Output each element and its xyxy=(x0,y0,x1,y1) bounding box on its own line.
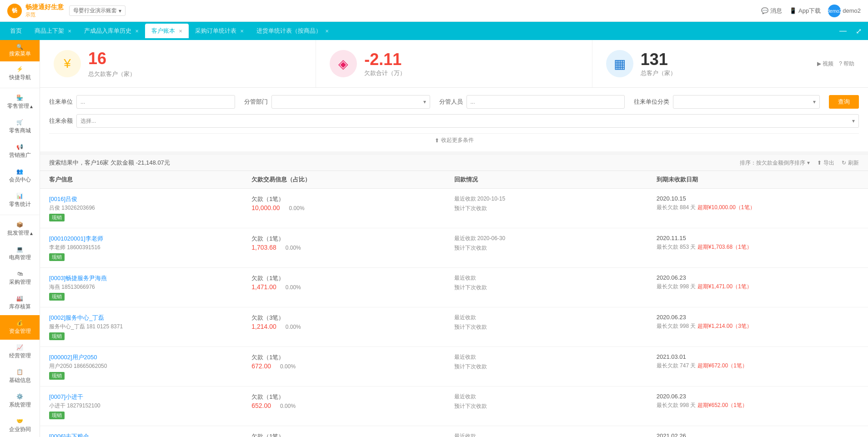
due-date: 2020.11.15 xyxy=(657,235,859,241)
sidebar-item-wholesale[interactable]: 📦 批发管理 ▴ xyxy=(0,217,40,241)
nav-expand-button[interactable]: ⤢ xyxy=(853,26,864,36)
debt-count: 欠款（1笔） xyxy=(251,235,454,243)
sidebar-item-purchase[interactable]: 🛍 采购管理 xyxy=(0,266,40,291)
customer-name-link[interactable]: [0001020001]李老师 xyxy=(49,235,251,243)
total-customers-icon: ▦ xyxy=(606,50,633,77)
app-link: 示范 xyxy=(25,11,64,18)
user-profile[interactable]: demo2 demo2 xyxy=(828,5,861,17)
top-bar-right: 💬 消息 📱 App下载 demo2 demo2 xyxy=(761,5,861,17)
table-header: 客户信息 欠款交易信息（占比） 回款情况 到期未收款日期 xyxy=(40,171,868,189)
tab-home[interactable]: 首页 xyxy=(4,24,28,38)
close-icon[interactable]: ✕ xyxy=(68,29,71,34)
recovery-cell: 最近收款 预计下次收款 xyxy=(454,274,657,293)
overdue-info: 最长欠款 998 天 超期¥1,214.00（3笔） xyxy=(657,322,859,330)
overdue-link[interactable]: 超期¥10,000.00（1笔） xyxy=(697,204,755,211)
member-icon: 👥 xyxy=(16,168,23,175)
sidebar-item-retail-management[interactable]: 🏪 零售管理 ▴ xyxy=(0,90,40,115)
filter-source-unit: 往来单位 ... xyxy=(49,95,235,109)
debt-percent: 0.00% xyxy=(289,205,305,211)
sidebar-item-ecommerce[interactable]: 💻 电商管理 xyxy=(0,241,40,266)
close-icon[interactable]: ✕ xyxy=(135,29,139,34)
sidebar-item-operations[interactable]: 📈 经营管理 xyxy=(0,340,40,364)
store-selector[interactable]: 母婴行业演示账套 ▾ xyxy=(69,5,125,16)
recovery-cell: 最近收款 2020-06-30 预计下次收款 xyxy=(454,235,657,254)
col-recovery: 回款情况 xyxy=(454,176,657,184)
customer-tag: 现销 xyxy=(49,253,65,261)
tab-incoming-stats[interactable]: 进货单统计表（按商品） ✕ xyxy=(250,24,335,38)
nav-minimize-button[interactable]: — xyxy=(837,26,849,36)
close-icon[interactable]: ✕ xyxy=(240,29,244,34)
overdue-days: 最长欠款 747 天 xyxy=(657,362,696,369)
source-unit-input[interactable]: ... xyxy=(76,95,235,109)
recovery-cell: 最近收款 预计下次收款 xyxy=(454,353,657,372)
close-icon[interactable]: ✕ xyxy=(325,29,329,34)
search-button[interactable]: 查询 xyxy=(829,95,859,109)
sort-button[interactable]: 排序：按欠款金额倒序排序 ▾ xyxy=(740,159,810,167)
sidebar-item-system[interactable]: ⚙️ 系统管理 xyxy=(0,389,40,413)
tab-home-label: 首页 xyxy=(10,27,22,35)
next-payment: 预计下次收款 xyxy=(454,323,657,331)
debt-total-value: -2.11 xyxy=(364,50,406,69)
sidebar-item-quick-nav[interactable]: ⚡ 快捷导航 xyxy=(0,61,40,86)
sidebar-divider xyxy=(0,88,40,88)
stat-card-total-customers: ▦ 131 总客户（家） ▶ 视频 ? 帮助 xyxy=(592,40,868,87)
overdue-link[interactable]: 超期¥652.00（1笔） xyxy=(697,402,748,408)
video-button[interactable]: ▶ 视频 xyxy=(817,60,833,68)
customer-name-link[interactable]: [0002]服务中心_丁磊 xyxy=(49,314,251,322)
overdue-link[interactable]: 超期¥1,471.00（1笔） xyxy=(697,283,752,290)
tab-product-listing[interactable]: 商品上下架 ✕ xyxy=(28,24,78,38)
sidebar-item-enterprise[interactable]: 🤝 企业协同 xyxy=(0,413,40,437)
sidebar-item-wholesale-label: 批发管理 xyxy=(7,229,29,237)
customer-cell: [0001020001]李老师 李老师 18600391516 现销 xyxy=(49,235,251,261)
collapse-button[interactable]: ⬆ 收起更多条件 xyxy=(49,133,859,147)
overdue-info: 最长欠款 884 天 超期¥10,000.00（1笔） xyxy=(657,204,859,211)
sidebar-divider-2 xyxy=(0,215,40,215)
overdue-link[interactable]: 超期¥672.00（1笔） xyxy=(697,362,748,369)
unit-type-select[interactable]: ▾ xyxy=(673,95,820,109)
basic-info-icon: 📋 xyxy=(16,369,23,375)
refresh-icon: ↻ xyxy=(842,160,846,166)
close-icon[interactable]: ✕ xyxy=(179,29,182,34)
sidebar-item-finance-label: 资金管理 xyxy=(9,327,31,335)
tab-customer-ledger[interactable]: 客户账本 ✕ xyxy=(145,24,189,38)
sidebar-item-retail-shop[interactable]: 🛒 零售商城 xyxy=(0,115,40,139)
help-button[interactable]: ? 帮助 xyxy=(839,60,854,68)
customer-phone: 李老师 18600391516 xyxy=(49,244,251,251)
sidebar-search[interactable]: 🔍 搜索菜单 xyxy=(0,40,40,61)
customer-name-link[interactable]: [0006]去下粮仓 xyxy=(49,432,251,437)
sidebar-item-member-center[interactable]: 👥 会员中心 xyxy=(0,164,40,188)
tab-purchase-stats[interactable]: 采购订单统计表 ✕ xyxy=(189,24,250,38)
message-icon: 💬 xyxy=(761,7,768,14)
table-row: [000002]用户2050 用户2050 18665062050 现销 欠款（… xyxy=(40,347,868,387)
due-date-cell: 2020.06.23 最长欠款 998 天 超期¥652.00（1笔） xyxy=(657,393,859,409)
refresh-button[interactable]: ↻ 刷新 xyxy=(842,159,859,167)
next-payment: 预计下次收款 xyxy=(454,284,657,291)
sidebar-item-basic-info-label: 基础信息 xyxy=(9,377,31,384)
customer-name-link[interactable]: [0007]小进干 xyxy=(49,393,251,401)
export-button[interactable]: ⬆ 导出 xyxy=(817,159,834,167)
sidebar-item-retail-stats[interactable]: 📊 零售统计 xyxy=(0,188,40,213)
customer-name-link[interactable]: [000002]用户2050 xyxy=(49,353,251,362)
customer-name-link[interactable]: [0016]吕俊 xyxy=(49,195,251,203)
sidebar-item-inventory[interactable]: 🏭 库存核算 xyxy=(0,291,40,315)
manager-input[interactable]: ... xyxy=(467,95,625,109)
overdue-link[interactable]: 超期¥1,703.68（1笔） xyxy=(697,244,752,250)
debt-cell: 欠款（1笔） 1,471.00 0.00% xyxy=(251,274,454,291)
last-payment: 最近收款 xyxy=(454,314,657,321)
dept-select[interactable]: ▾ xyxy=(271,95,430,109)
customer-cell: [0003]畅捷服务尹海燕 海燕 18513066976 现销 xyxy=(49,274,251,301)
sidebar-item-marketing[interactable]: 📢 营销推广 xyxy=(0,139,40,164)
filter-manager: 分管人员 ... xyxy=(439,95,625,109)
overdue-link[interactable]: 超期¥1,214.00（3笔） xyxy=(697,323,752,329)
tab-production-history[interactable]: 产成品入库单历史 ✕ xyxy=(78,24,145,38)
app-download-button[interactable]: 📱 App下载 xyxy=(789,7,821,15)
sidebar-item-basic-info[interactable]: 📋 基础信息 xyxy=(0,364,40,389)
customer-phone: 吕俊 13026203696 xyxy=(49,204,251,212)
debt-percent: 0.00% xyxy=(280,363,296,370)
balance-select[interactable]: 选择... ▾ xyxy=(76,114,859,128)
sidebar-item-finance[interactable]: 💰 资金管理 xyxy=(0,315,40,340)
filter-balance: 往来余额 选择... ▾ xyxy=(49,114,859,128)
last-payment: 最近收款 xyxy=(454,274,657,282)
message-button[interactable]: 💬 消息 xyxy=(761,7,782,15)
customer-name-link[interactable]: [0003]畅捷服务尹海燕 xyxy=(49,274,251,282)
